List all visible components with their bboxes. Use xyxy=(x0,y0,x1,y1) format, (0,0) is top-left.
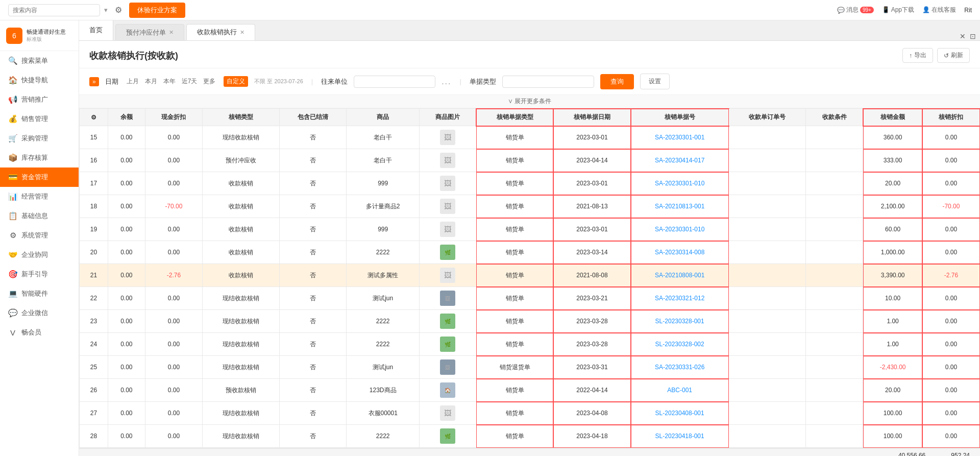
message-section[interactable]: 💬 消息 99+ xyxy=(837,6,874,14)
sidebar-item-hardware[interactable]: 💻智能硬件 xyxy=(0,284,79,303)
date-custom-button[interactable]: 自定义 xyxy=(224,76,248,87)
cell-id: 26 xyxy=(80,379,108,402)
cell-goods: 测试jun xyxy=(347,287,419,310)
cell-receipt-order-no xyxy=(729,195,806,218)
doc-no-link[interactable]: SA-20230314-008 xyxy=(655,249,704,256)
doc-no-link[interactable]: SA-20230301-010 xyxy=(655,226,704,233)
settings-button[interactable]: 设置 xyxy=(640,74,670,89)
col-doc-type: 核销单据类型 xyxy=(476,109,553,126)
cell-balance: 0.00 xyxy=(108,356,145,379)
sidebar-item-corp[interactable]: 🤝企业协同 xyxy=(0,245,79,265)
sidebar-label-nav: 快捷导航 xyxy=(21,76,48,85)
date-this-month[interactable]: 本月 xyxy=(143,76,159,87)
date-7days[interactable]: 近7天 xyxy=(180,76,200,87)
filter-unit-label: 往来单位 xyxy=(321,77,348,86)
cell-cash-discount: 0.00 xyxy=(145,172,202,195)
table-footer: 40,556,66... 952.24 xyxy=(79,448,980,456)
doc-no-link[interactable]: SL-20230328-002 xyxy=(655,341,704,348)
cell-doc-date: 2021-08-08 xyxy=(553,264,630,287)
date-this-year[interactable]: 本年 xyxy=(161,76,178,87)
doc-no-link[interactable]: SA-20230321-012 xyxy=(655,295,704,302)
cell-include-settled: 否 xyxy=(279,195,347,218)
export-button[interactable]: ↑ 导出 xyxy=(902,48,933,63)
cell-writeoff-discount: 0.00 xyxy=(922,126,979,149)
doc-no-link[interactable]: SA-20230301-010 xyxy=(655,180,704,187)
expand-more-label: ∨ 展开更多条件 xyxy=(508,97,551,106)
cell-writeoff-amount: 1,000.00 xyxy=(863,241,922,264)
sidebar-item-nav[interactable]: 🏠快捷导航 xyxy=(0,70,79,90)
solution-button[interactable]: 休验行业方案 xyxy=(129,3,185,18)
cell-receipt-condition xyxy=(806,241,863,264)
doc-no-link[interactable]: ABC-001 xyxy=(667,387,692,394)
user-name: Rit xyxy=(964,7,972,14)
online-service-link[interactable]: 👤 在线客服 xyxy=(922,6,956,14)
sidebar-label-operation: 经营管理 xyxy=(21,192,48,201)
sidebar-item-search[interactable]: 🔍搜索菜单 xyxy=(0,51,79,70)
cell-writeoff-amount: 100.00 xyxy=(863,402,922,425)
doc-no-link[interactable]: SA-20210813-001 xyxy=(655,203,704,210)
doc-no-link[interactable]: SL-20230328-001 xyxy=(655,318,704,325)
sidebar-item-system[interactable]: ⚙系统管理 xyxy=(0,226,79,245)
table-area: ⚙ 余额 现金折扣 核销类型 包含已结清 商品 商品图片 核销单据类型 核销单据… xyxy=(79,108,980,456)
sidebar-item-wechat[interactable]: 💬企业微信 xyxy=(0,303,79,323)
tab-collection[interactable]: 收款核销执行 ✕ xyxy=(186,24,255,40)
cell-id: 21 xyxy=(80,264,108,287)
doc-no-link[interactable]: SL-20230418-001 xyxy=(655,433,704,440)
cell-id: 15 xyxy=(80,126,108,149)
app-download-link[interactable]: 📱 App下载 xyxy=(882,6,914,14)
date-last-month[interactable]: 上月 xyxy=(125,76,141,87)
cell-receipt-condition xyxy=(806,195,863,218)
query-button[interactable]: 查询 xyxy=(600,74,634,89)
cell-receipt-order-no xyxy=(729,310,806,333)
cell-writeoff-amount: 1.00 xyxy=(863,310,922,333)
filter-unit-input[interactable] xyxy=(354,76,435,88)
sidebar-label-finance: 资金管理 xyxy=(21,173,48,182)
tab-expand-btn[interactable]: ⊡ xyxy=(970,32,976,40)
cell-include-settled: 否 xyxy=(279,333,347,356)
expand-more-bar[interactable]: ∨ 展开更多条件 xyxy=(79,95,980,108)
filter-date-links: 上月 本月 本年 近7天 更多 xyxy=(125,76,218,87)
refresh-button[interactable]: ↺ 刷新 xyxy=(937,48,970,63)
doc-no-link[interactable]: SA-20230331-026 xyxy=(655,364,704,371)
sidebar-item-finance[interactable]: 💳资金管理 xyxy=(0,167,79,187)
cell-writeoff-discount: 0.00 xyxy=(922,333,979,356)
doc-no-link[interactable]: SA-20230301-001 xyxy=(655,134,704,141)
cell-goods: 2222 xyxy=(347,425,419,448)
cell-receipt-order-no xyxy=(729,333,806,356)
cell-writeoff-discount: 0.00 xyxy=(922,356,979,379)
sidebar-item-guide[interactable]: 🎯新手引导 xyxy=(0,265,79,284)
doc-no-link[interactable]: SA-20210808-001 xyxy=(655,272,704,279)
nav-icon: 🏠 xyxy=(8,76,17,85)
cell-balance: 0.00 xyxy=(108,195,145,218)
date-more[interactable]: 更多 xyxy=(201,76,217,87)
sidebar-item-operation[interactable]: 📊经营管理 xyxy=(0,187,79,206)
cell-goods: 衣服00001 xyxy=(347,402,419,425)
filter-unit-dots: ... xyxy=(442,77,451,86)
tab-home[interactable]: 首页 xyxy=(79,20,113,40)
sidebar-item-purchase[interactable]: 🛒采购管理 xyxy=(0,129,79,148)
search-input[interactable] xyxy=(8,4,100,16)
sidebar-item-member[interactable]: V畅会员 xyxy=(0,323,79,342)
cell-balance: 0.00 xyxy=(108,172,145,195)
col-doc-date: 核销单据日期 xyxy=(553,109,630,126)
sidebar-item-marketing[interactable]: 📢营销推广 xyxy=(0,90,79,109)
cell-doc-no: SL-20230328-001 xyxy=(631,310,729,333)
tab-collection-close[interactable]: ✕ xyxy=(240,29,244,36)
tab-close-btn[interactable]: ✕ xyxy=(960,32,966,40)
doc-no-link[interactable]: SA-20230414-017 xyxy=(655,157,704,164)
doc-no-link[interactable]: SL-20230408-001 xyxy=(655,410,704,417)
cell-doc-type: 销货单 xyxy=(476,195,553,218)
cell-writeoff-type: 收款核销 xyxy=(202,195,279,218)
cell-goods: 2222 xyxy=(347,310,419,333)
sidebar-item-sales[interactable]: 💰销售管理 xyxy=(0,109,79,129)
sidebar-item-inventory[interactable]: 📦库存核算 xyxy=(0,148,79,167)
cell-include-settled: 否 xyxy=(279,287,347,310)
col-settings[interactable]: ⚙ xyxy=(80,109,108,126)
tab-prepay-close[interactable]: ✕ xyxy=(169,29,174,36)
tab-prepay[interactable]: 预付冲应付单 ✕ xyxy=(115,24,184,40)
sidebar-item-basic[interactable]: 📋基础信息 xyxy=(0,206,79,226)
filter-expand-button[interactable]: » xyxy=(89,77,99,86)
cell-doc-date: 2023-04-14 xyxy=(553,149,630,172)
filter-receipt-type-select[interactable] xyxy=(502,76,594,88)
settings-icon[interactable]: ⚙ xyxy=(112,5,125,15)
